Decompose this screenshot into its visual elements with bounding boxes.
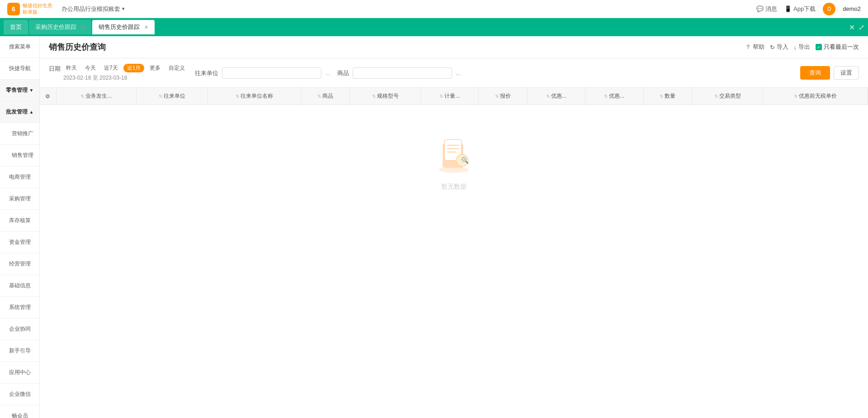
tab-home-label: 首页 (10, 23, 22, 31)
query-button[interactable]: 查询 (800, 66, 830, 80)
top-header: 6 畅捷信好生意 标准版 办公用品行业模拟账套 ▾ 💬 消息 📱 App下载 D… (0, 0, 868, 18)
page-title: 销售历史价查询 (49, 42, 106, 52)
date-label: 日期 (49, 64, 61, 73)
help-link[interactable]: ？ 帮助 (745, 43, 764, 51)
th-spec[interactable]: ⇅ 规格型号 (349, 88, 420, 105)
sort-icon: ⇅ (439, 94, 443, 99)
th-price[interactable]: ⇅ 报价 (479, 88, 528, 105)
table-header-row: ⚙ ⇅ 业务发生... ⇅ 往来单位 (40, 88, 868, 105)
filter-actions: 查询 设置 (800, 66, 859, 80)
enterprise-wechat-label: 企业微信 (9, 391, 31, 398)
import-link[interactable]: ↻ 导入 (770, 43, 788, 51)
tab-purchase-close-icon[interactable]: ✕ (81, 24, 85, 30)
th-discount1[interactable]: ⇅ 优惠... (527, 88, 585, 105)
message-button[interactable]: 💬 消息 (756, 5, 777, 13)
th-biz-date[interactable]: ⇅ 业务发生... (56, 88, 137, 105)
username[interactable]: demo2 (843, 5, 861, 12)
sidebar-item-search-menu[interactable]: 搜索菜单 (0, 36, 39, 58)
enterprise-coop-label: 企业协同 (9, 326, 31, 333)
header-left: 6 畅捷信好生意 标准版 办公用品行业模拟账套 ▾ (7, 3, 125, 15)
date-btn-more[interactable]: 更多 (147, 64, 163, 72)
sidebar-item-operations[interactable]: 经营管理 (0, 253, 39, 275)
partner-label: 往来单位 (195, 68, 218, 77)
sidebar: 搜索菜单 快捷导航 零售管理 ▼ 批发管理 ▲ 营销推广 销售管理 电商管理 采 (0, 36, 40, 418)
sidebar-item-system[interactable]: 系统管理 (0, 297, 39, 318)
partner-dots-icon[interactable]: ... (325, 70, 330, 76)
main-layout: 搜索菜单 快捷导航 零售管理 ▼ 批发管理 ▲ 营销推广 销售管理 电商管理 采 (0, 36, 868, 418)
app-center-label: 应用中心 (9, 369, 31, 376)
th-gear[interactable]: ⚙ (40, 88, 56, 105)
sidebar-item-retail-mgmt[interactable]: 零售管理 ▼ (0, 80, 39, 101)
sort-icon: ⇅ (714, 94, 718, 99)
checkbox-icon: ✓ (816, 44, 822, 50)
sidebar-item-inventory[interactable]: 库存核算 (0, 210, 39, 232)
sidebar-item-finance[interactable]: 资金管理 (0, 232, 39, 253)
tab-purchase-history[interactable]: 采购历史价跟踪 ✕ (29, 20, 91, 34)
tab-bar: 首页 采购历史价跟踪 ✕ 销售历史价跟踪 ✕ ✕ ⤢ (0, 18, 868, 36)
date-range-text: 2023-02-18 至 2023-03-18 (63, 74, 188, 82)
sidebar-item-sales-mgmt[interactable]: 销售管理 (0, 145, 39, 166)
finance-label: 资金管理 (9, 239, 31, 246)
sidebar-item-app-center[interactable]: 应用中心 (0, 362, 39, 384)
sidebar-item-members[interactable]: 畅会员 (0, 405, 39, 418)
table-container[interactable]: ⚙ ⇅ 业务发生... ⇅ 往来单位 (40, 88, 868, 418)
th-qty[interactable]: ⇅ 数量 (643, 88, 692, 105)
sidebar-item-quick-nav[interactable]: 快捷导航 (0, 58, 39, 80)
workspace-selector[interactable]: 办公用品行业模拟账套 ▾ (61, 5, 125, 13)
partner-input[interactable] (222, 67, 321, 79)
page-actions: ？ 帮助 ↻ 导入 ↓ 导出 ✓ 只看最后一次 (745, 43, 859, 51)
page-header: 销售历史价查询 ？ 帮助 ↻ 导入 ↓ 导出 ✓ (40, 36, 868, 58)
goods-label: 商品 (337, 68, 349, 77)
tab-purchase-label: 采购历史价跟踪 (35, 23, 76, 31)
date-btn-yesterday[interactable]: 昨天 (63, 64, 80, 72)
sidebar-item-enterprise-coop[interactable]: 企业协同 (0, 318, 39, 340)
members-label: 畅会员 (12, 413, 28, 418)
date-btn-1month[interactable]: 近1月 (123, 64, 145, 72)
goods-dots-icon[interactable]: ... (456, 70, 461, 76)
gear-icon[interactable]: ⚙ (45, 93, 50, 100)
logo-text: 畅捷信好生意 标准版 (23, 3, 52, 14)
date-btn-custom[interactable]: 自定义 (166, 64, 188, 72)
tab-maximize-icon[interactable]: ⤢ (859, 23, 864, 32)
wholesale-mgmt-arrow-icon: ▲ (29, 109, 34, 115)
retail-mgmt-arrow-icon: ▼ (29, 87, 34, 93)
sidebar-item-wholesale-mgmt[interactable]: 批发管理 ▲ (0, 101, 39, 123)
sidebar-item-ecommerce[interactable]: 电商管理 (0, 166, 39, 188)
svg-text:🔍: 🔍 (461, 157, 469, 164)
logo-area: 6 畅捷信好生意 标准版 (7, 3, 52, 15)
goods-filter-group: 商品 ... (337, 67, 461, 79)
th-trade-type[interactable]: ⇅ 交易类型 (692, 88, 763, 105)
tab-sales-history[interactable]: 销售历史价跟踪 ✕ (92, 20, 155, 34)
settings-button[interactable]: 设置 (834, 66, 859, 80)
tab-home[interactable]: 首页 (4, 20, 28, 34)
sidebar-item-enterprise-wechat[interactable]: 企业微信 (0, 384, 39, 405)
sidebar-item-newbie[interactable]: 新手引导 (0, 340, 39, 362)
sort-icon: ⇅ (660, 94, 663, 99)
date-btn-7days[interactable]: 近7天 (101, 64, 121, 72)
tab-close-all-icon[interactable]: ✕ (849, 23, 855, 32)
sidebar-item-basic-info[interactable]: 基础信息 (0, 275, 39, 297)
content-area: 销售历史价查询 ？ 帮助 ↻ 导入 ↓ 导出 ✓ (40, 36, 868, 418)
th-partner-code[interactable]: ⇅ 往来单位 (137, 88, 208, 105)
export-link[interactable]: ↓ 导出 (794, 43, 811, 51)
th-pre-tax-price[interactable]: ⇅ 优惠前无税单价 (763, 88, 868, 105)
tab-sales-close-icon[interactable]: ✕ (144, 24, 148, 30)
date-btn-today[interactable]: 今天 (82, 64, 99, 72)
sidebar-item-marketing[interactable]: 营销推广 (0, 123, 39, 145)
quick-nav-label: 快捷导航 (9, 65, 31, 72)
th-goods[interactable]: ⇅ 商品 (301, 88, 350, 105)
th-discount2[interactable]: ⇅ 优惠... (585, 88, 643, 105)
empty-icon: 🔍 (431, 132, 476, 177)
inventory-label: 库存核算 (9, 217, 31, 224)
th-partner-name[interactable]: ⇅ 往来单位名称 (208, 88, 301, 105)
only-last-checkbox[interactable]: ✓ 只看最后一次 (816, 43, 859, 51)
th-unit[interactable]: ⇅ 计量... (421, 88, 479, 105)
sales-mgmt-label: 销售管理 (12, 152, 33, 159)
header-right: 💬 消息 📱 App下载 D demo2 (756, 3, 861, 15)
date-filter-group: 日期 昨天 今天 近7天 近1月 更多 自定义 2023-02-18 至 202… (49, 64, 188, 82)
sidebar-item-purchase[interactable]: 采购管理 (0, 188, 39, 210)
import-icon: ↻ (770, 44, 775, 51)
partner-filter-group: 往来单位 ... (195, 67, 330, 79)
goods-input[interactable] (353, 67, 452, 79)
app-download-button[interactable]: 📱 App下载 (784, 5, 816, 13)
